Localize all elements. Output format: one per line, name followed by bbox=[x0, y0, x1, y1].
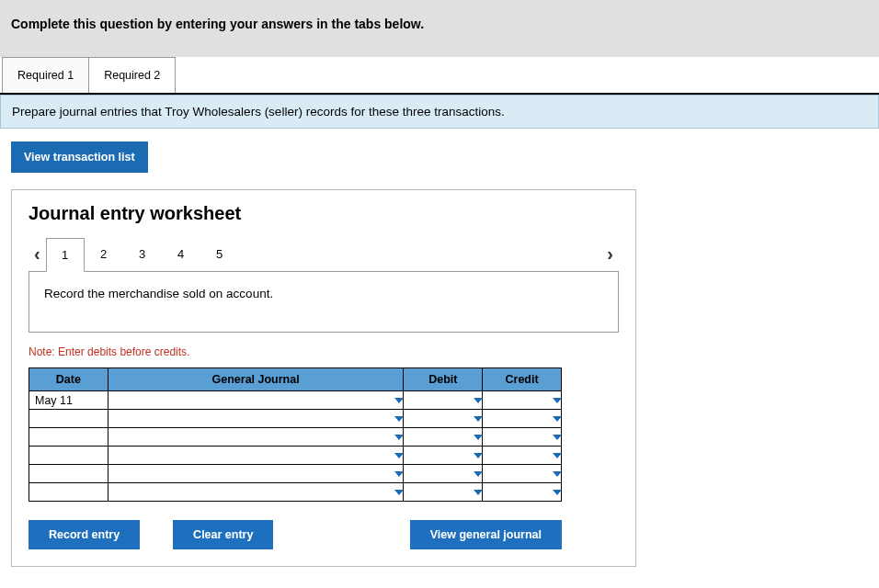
cell-credit[interactable] bbox=[483, 410, 562, 428]
page-4[interactable]: 4 bbox=[162, 238, 200, 270]
note-text: Note: Enter debits before credits. bbox=[29, 345, 619, 358]
cell-debit[interactable] bbox=[404, 465, 483, 483]
cell-general-journal[interactable] bbox=[108, 428, 404, 447]
context-bar: Prepare journal entries that Troy Wholes… bbox=[0, 95, 879, 129]
cell-date[interactable] bbox=[29, 428, 108, 447]
cell-date[interactable]: May 11 bbox=[29, 391, 108, 410]
cell-debit[interactable] bbox=[404, 391, 483, 410]
dropdown-icon[interactable] bbox=[394, 435, 404, 440]
dropdown-icon[interactable] bbox=[474, 471, 483, 477]
cell-credit[interactable] bbox=[483, 428, 562, 447]
cell-debit[interactable] bbox=[404, 410, 483, 428]
worksheet-panel: Journal entry worksheet ‹ 1 2 3 4 5 › Re… bbox=[11, 189, 636, 567]
cell-credit[interactable] bbox=[483, 447, 562, 465]
tabs-row: Required 1 Required 2 bbox=[0, 57, 879, 95]
table-row bbox=[29, 465, 562, 483]
dropdown-icon[interactable] bbox=[553, 435, 562, 440]
tab-required-2[interactable]: Required 2 bbox=[88, 57, 176, 93]
worksheet-title: Journal entry worksheet bbox=[29, 203, 619, 224]
dropdown-icon[interactable] bbox=[553, 490, 562, 495]
action-row: Record entry Clear entry View general jo… bbox=[29, 520, 562, 549]
view-transaction-list-button[interactable]: View transaction list bbox=[11, 141, 148, 173]
table-row bbox=[29, 483, 562, 502]
col-header-credit: Credit bbox=[483, 368, 562, 391]
chevron-right-icon[interactable]: › bbox=[601, 243, 619, 265]
header-instruction: Complete this question by entering your … bbox=[0, 0, 879, 57]
dropdown-icon[interactable] bbox=[474, 416, 483, 422]
table-row bbox=[29, 428, 562, 447]
dropdown-icon[interactable] bbox=[553, 416, 562, 422]
cell-date[interactable] bbox=[29, 410, 108, 428]
col-header-general-journal: General Journal bbox=[108, 368, 404, 391]
dropdown-icon[interactable] bbox=[553, 398, 562, 403]
dropdown-icon[interactable] bbox=[474, 435, 483, 440]
page-5[interactable]: 5 bbox=[200, 238, 239, 270]
cell-credit[interactable] bbox=[483, 465, 562, 483]
dropdown-icon[interactable] bbox=[474, 453, 483, 458]
dropdown-icon[interactable] bbox=[474, 490, 483, 495]
cell-date[interactable] bbox=[29, 483, 108, 502]
cell-general-journal[interactable] bbox=[108, 465, 404, 483]
tab-required-1[interactable]: Required 1 bbox=[2, 57, 89, 93]
page-3[interactable]: 3 bbox=[123, 238, 162, 270]
clear-entry-button[interactable]: Clear entry bbox=[173, 520, 273, 549]
cell-general-journal[interactable] bbox=[108, 483, 404, 502]
dropdown-icon[interactable] bbox=[553, 471, 562, 477]
table-row bbox=[29, 447, 562, 465]
cell-debit[interactable] bbox=[404, 483, 483, 502]
cell-credit[interactable] bbox=[483, 483, 562, 502]
chevron-left-icon[interactable]: ‹ bbox=[29, 243, 46, 265]
dropdown-icon[interactable] bbox=[553, 453, 562, 458]
view-general-journal-button[interactable]: View general journal bbox=[410, 520, 562, 549]
cell-debit[interactable] bbox=[404, 428, 483, 447]
col-header-debit: Debit bbox=[404, 368, 483, 391]
table-row: May 11 bbox=[29, 391, 562, 410]
record-entry-button[interactable]: Record entry bbox=[29, 520, 140, 549]
page-1[interactable]: 1 bbox=[46, 238, 85, 272]
cell-general-journal[interactable] bbox=[108, 391, 404, 410]
dropdown-icon[interactable] bbox=[394, 490, 404, 495]
dropdown-icon[interactable] bbox=[394, 471, 404, 477]
cell-general-journal[interactable] bbox=[108, 410, 404, 428]
dropdown-icon[interactable] bbox=[394, 453, 404, 458]
dropdown-icon[interactable] bbox=[394, 416, 404, 422]
cell-debit[interactable] bbox=[404, 447, 483, 465]
cell-date[interactable] bbox=[29, 447, 108, 465]
table-row bbox=[29, 410, 562, 428]
page-2[interactable]: 2 bbox=[85, 238, 123, 270]
cell-credit[interactable] bbox=[483, 391, 562, 410]
journal-table: Date General Journal Debit Credit May 11 bbox=[29, 368, 562, 502]
pager-row: ‹ 1 2 3 4 5 › bbox=[29, 237, 619, 271]
dropdown-icon[interactable] bbox=[474, 398, 483, 403]
dropdown-icon[interactable] bbox=[394, 398, 404, 403]
cell-general-journal[interactable] bbox=[108, 447, 404, 465]
cell-date[interactable] bbox=[29, 465, 108, 483]
col-header-date: Date bbox=[29, 368, 108, 391]
entry-instruction: Record the merchandise sold on account. bbox=[29, 271, 619, 333]
